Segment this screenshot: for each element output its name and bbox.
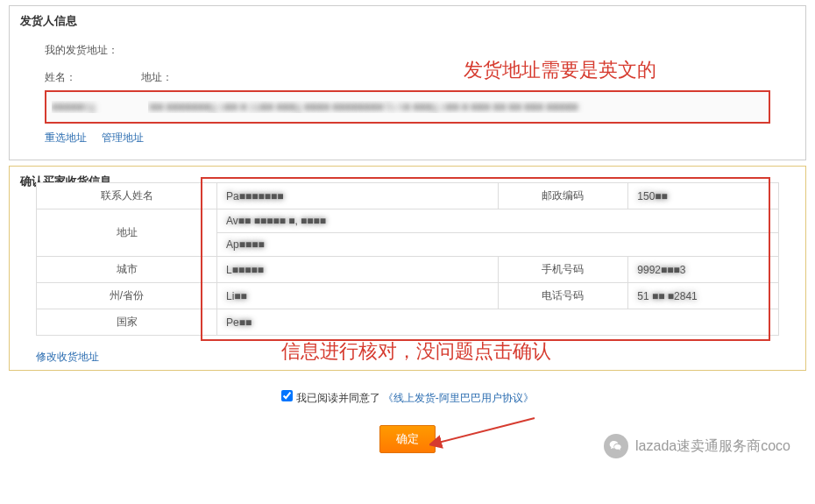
postal-value: 150■■ bbox=[628, 183, 779, 209]
buyer-table-container: 联系人姓名 Pa■■■■■■■ 邮政编码 150■■ 地址 Av■■ ■■■■■… bbox=[36, 182, 779, 336]
contact-name-value: Pa■■■■■■■ bbox=[217, 183, 498, 209]
sender-title: 发货人信息 bbox=[10, 6, 805, 34]
my-address-label: 我的发货地址： bbox=[45, 39, 770, 65]
phone-label: 电话号码 bbox=[498, 283, 628, 309]
state-value: Li■■ bbox=[217, 283, 498, 309]
manage-address-link[interactable]: 管理地址 bbox=[102, 131, 144, 144]
wechat-icon bbox=[604, 434, 628, 458]
reselect-address-link[interactable]: 重选地址 bbox=[45, 131, 87, 144]
table-row: 国家 Pe■■ bbox=[37, 309, 779, 336]
contact-name-label: 联系人姓名 bbox=[37, 183, 217, 209]
address-line2: Ap■■■■ bbox=[217, 233, 779, 257]
address-line1: Av■■ ■■■■■ ■, ■■■■ bbox=[217, 209, 779, 233]
modify-address-link[interactable]: 修改收货地址 bbox=[36, 351, 99, 363]
agree-checkbox[interactable] bbox=[281, 390, 293, 401]
agreement-link[interactable]: 《线上发货-阿里巴巴用户协议》 bbox=[383, 392, 534, 404]
postal-label: 邮政编码 bbox=[498, 183, 628, 209]
sender-name-value: ■■■■■ng bbox=[52, 101, 148, 113]
phone-value: 51 ■■ ■2841 bbox=[628, 283, 779, 309]
sender-section: 发货人信息 我的发货地址： 姓名： 地址： ■■■■■ng i■■ ■■■■■■… bbox=[9, 5, 806, 160]
arrow-icon bbox=[429, 416, 543, 451]
table-row: 地址 Av■■ ■■■■■ ■, ■■■■ bbox=[37, 209, 779, 233]
watermark-text: lazada速卖通服务商coco bbox=[635, 437, 790, 456]
sender-inner: 我的发货地址： 姓名： 地址： ■■■■■ng i■■ ■■■■■■■g s■■… bbox=[10, 34, 805, 160]
modify-address-row: 修改收货地址 bbox=[10, 344, 805, 370]
agreement-row: 我已阅读并同意了 《线上发货-阿里巴巴用户协议》 bbox=[0, 376, 815, 415]
table-row: 州/省份 Li■■ 电话号码 51 ■■ ■2841 bbox=[37, 283, 779, 309]
confirm-row: 确定 lazada速卖通服务商coco bbox=[0, 415, 815, 478]
address-header: 姓名： 地址： bbox=[45, 65, 770, 90]
col-name-header: 姓名： bbox=[45, 70, 141, 85]
city-label: 城市 bbox=[37, 257, 217, 283]
address-label: 地址 bbox=[37, 209, 217, 257]
col-addr-header: 地址： bbox=[141, 70, 770, 85]
address-row[interactable]: ■■■■■ng i■■ ■■■■■■■g s■■ ■ za■■ ■■■g ■■■… bbox=[45, 90, 770, 124]
sender-addr-value: i■■ ■■■■■■■g s■■ ■ za■■ ■■■g ■■■■ ■■■■■■… bbox=[148, 101, 763, 113]
buyer-table: 联系人姓名 Pa■■■■■■■ 邮政编码 150■■ 地址 Av■■ ■■■■■… bbox=[36, 182, 779, 336]
table-row: 城市 L■■■■■ 手机号码 9992■■■3 bbox=[37, 257, 779, 283]
country-label: 国家 bbox=[37, 309, 217, 336]
mobile-label: 手机号码 bbox=[498, 257, 628, 283]
state-label: 州/省份 bbox=[37, 283, 217, 309]
confirm-button[interactable]: 确定 bbox=[379, 425, 436, 453]
country-value: Pe■■ bbox=[217, 309, 779, 336]
agree-text: 我已阅读并同意了 bbox=[296, 392, 380, 404]
table-row: 联系人姓名 Pa■■■■■■■ 邮政编码 150■■ bbox=[37, 183, 779, 209]
mobile-value: 9992■■■3 bbox=[628, 257, 779, 283]
watermark: lazada速卖通服务商coco bbox=[604, 434, 790, 458]
buyer-section: 确认买家收货信息 联系人姓名 Pa■■■■■■■ 邮政编码 150■■ 地址 A… bbox=[9, 166, 806, 371]
svg-line-0 bbox=[438, 418, 535, 443]
address-links: 重选地址 管理地址 bbox=[45, 124, 770, 149]
city-value: L■■■■■ bbox=[217, 257, 498, 283]
